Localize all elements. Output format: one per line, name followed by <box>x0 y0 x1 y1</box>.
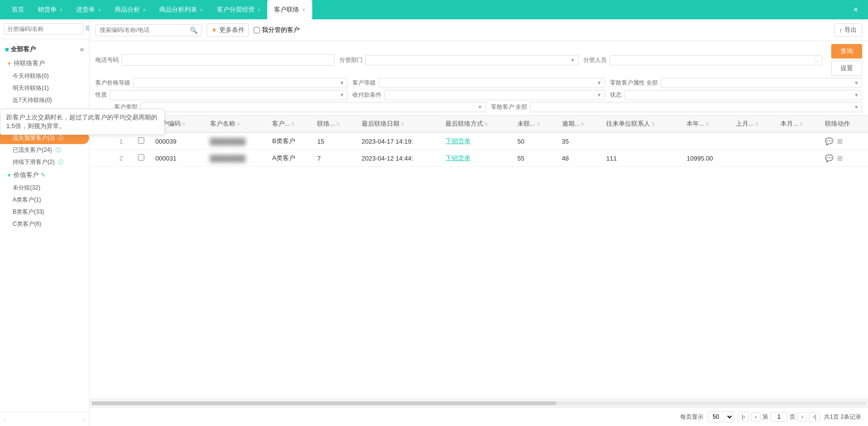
nav-item-home[interactable]: 首页 <box>5 0 31 19</box>
chevron-down-icon-retail-customer: ▼ <box>854 104 859 110</box>
row1-check[interactable] <box>133 132 151 150</box>
query-button[interactable]: 查询 <box>831 44 862 59</box>
sort-icon-overdue: ⇅ <box>580 121 584 127</box>
collapse-btn[interactable]: « <box>80 45 84 54</box>
sidebar-scroll-right[interactable]: › <box>83 415 85 423</box>
row1-chat-icon[interactable]: 💬 <box>825 137 833 145</box>
filter-select-customer-type[interactable]: ▼ <box>140 102 486 112</box>
row1-level: B类客户 <box>267 132 312 150</box>
nav-item-sales[interactable]: 销货单 × <box>31 0 69 19</box>
filter-select-payment[interactable]: ▼ <box>384 90 605 100</box>
nav-item-analysis-list[interactable]: 商品分析列表 × <box>152 0 210 19</box>
sidebar-search-input[interactable] <box>4 23 83 35</box>
filter-select-nature[interactable]: ▼ <box>110 90 348 100</box>
filter-actions: 查询 设置 <box>831 44 862 76</box>
sidebar-item-today[interactable]: 今天待联络(0) <box>0 70 89 82</box>
col-contact-person[interactable]: 往来单位联系人⇅ <box>601 116 682 132</box>
nav-item-customer-layer[interactable]: 客户分层经营 × <box>210 0 267 19</box>
col-overdue[interactable]: 逾期...⇅ <box>557 116 602 132</box>
per-page-select[interactable]: 50 100 200 <box>707 411 734 422</box>
horizontal-scrollbar[interactable] <box>90 398 868 407</box>
col-contact[interactable]: 联络...⇅ <box>312 116 357 132</box>
export-btn[interactable]: ↑ 导出 <box>834 23 863 37</box>
window-close-icon[interactable]: × <box>848 5 863 15</box>
last-page-btn[interactable]: ›| <box>809 412 820 422</box>
sidebar-all-customers[interactable]: ■ 全部客户 « <box>0 42 89 57</box>
filter-input-phone[interactable] <box>122 54 335 66</box>
sidebar-item-b-class[interactable]: B类客户(33) <box>0 206 89 218</box>
col-this-month[interactable]: 本月...⇅ <box>776 116 820 132</box>
col-last-method[interactable]: 最后联络方式⇅ <box>441 116 512 132</box>
filter-btn[interactable]: ▼ 更多条件 <box>207 23 249 37</box>
filter-select-dept[interactable]: ▼ <box>365 55 579 65</box>
filter-select-customer-level[interactable]: ▼ <box>379 78 605 88</box>
sort-icon-unread: ⇅ <box>536 121 540 127</box>
col-last-date[interactable]: 最后联络日期⇅ <box>357 116 441 132</box>
pending-section-label: 待联络客户 <box>14 59 45 68</box>
table-row: 2 000031 ████████ A类客户 7 2023-04-12 14:4… <box>90 150 868 167</box>
filter-select-retail-attr[interactable]: ▼ <box>661 78 862 88</box>
sidebar-item-a-class[interactable]: A类客户(1) <box>0 194 89 206</box>
my-customer-check[interactable]: 我分管的客户 <box>254 26 300 34</box>
close-icon-purchase[interactable]: × <box>98 7 101 13</box>
nav-item-purchase[interactable]: 进货单 × <box>69 0 107 19</box>
tree-section-title-value[interactable]: ▼ 价值客户 ✎ <box>0 168 89 182</box>
row1-link-icon[interactable]: ⊞ <box>837 137 843 145</box>
close-icon-analysis-list[interactable]: × <box>200 7 203 13</box>
nav-item-analysis[interactable]: 商品分析 × <box>108 0 152 19</box>
nav-label-customer-contact: 客户联络 <box>274 5 299 14</box>
scroll-thumb[interactable] <box>91 401 556 405</box>
close-icon-sales[interactable]: × <box>60 7 62 13</box>
filter-cell-person: 分管人员 … <box>583 55 822 65</box>
edit-icon-value[interactable]: ✎ <box>41 172 46 178</box>
sidebar-search-icon[interactable]: 🔍 <box>85 26 90 33</box>
first-page-btn[interactable]: |‹ <box>738 412 749 422</box>
page-number-input[interactable] <box>770 412 788 422</box>
next-page-btn[interactable]: › <box>797 412 807 422</box>
row1-last-month <box>731 132 776 150</box>
my-customer-checkbox[interactable] <box>254 27 260 33</box>
nav-item-customer-contact[interactable]: 客户联络 × <box>267 0 312 19</box>
row2-contact: 7 <box>312 150 357 167</box>
sidebar-item-declining[interactable]: 持续下滑客户(2) ⓘ <box>0 156 89 168</box>
row2-last-method[interactable]: 下销货单 <box>441 150 512 167</box>
row1-last-method[interactable]: 下销货单 <box>441 132 512 150</box>
sidebar-scroll-left[interactable]: ‹ <box>4 415 6 423</box>
sidebar-item-c-class[interactable]: C类客户(6) <box>0 218 89 230</box>
row2-link-icon[interactable]: ⊞ <box>837 154 843 162</box>
sort-icon-contact: ⇅ <box>336 121 340 127</box>
filter-cell-phone: 电话号码 <box>95 54 335 66</box>
sidebar-item-ungroup[interactable]: 未分组(32) <box>0 182 89 194</box>
row2-checkbox[interactable] <box>138 154 144 161</box>
prev-page-btn[interactable]: ‹ <box>751 412 761 422</box>
filter-label-retail-attr: 零散客户属性 全部 <box>610 79 658 87</box>
search-input[interactable] <box>100 27 188 33</box>
row2-last-date: 2023-04-12 14:44: <box>357 150 441 167</box>
tree-section-title-pending[interactable]: ▼ 待联络客户 <box>0 57 89 70</box>
sidebar-item-lost[interactable]: 已流失客户(24) ⓘ <box>0 144 89 156</box>
search-icon[interactable]: 🔍 <box>190 27 198 34</box>
row2-check[interactable] <box>133 150 151 167</box>
settings-button[interactable]: 设置 <box>831 60 862 76</box>
sort-icon-level: ⇅ <box>291 121 295 127</box>
sidebar-item-7days[interactable]: 近7天待联络(0) <box>0 94 89 106</box>
close-icon-customer-layer[interactable]: × <box>258 7 260 13</box>
col-this-year[interactable]: 本年...⇅ <box>682 116 731 132</box>
close-icon-analysis[interactable]: × <box>143 7 146 13</box>
col-last-month[interactable]: 上月...⇅ <box>731 116 776 132</box>
filter-select-price-level[interactable]: ▼ <box>133 78 348 88</box>
row2-chat-icon[interactable]: 💬 <box>825 154 833 162</box>
close-icon-customer-contact[interactable]: × <box>302 7 305 13</box>
col-level[interactable]: 客户...⇅ <box>267 116 312 132</box>
pagination: 每页显示 50 100 200 |‹ ‹ 第 页 › ›| 共1页 2条记录 <box>90 407 868 426</box>
sidebar-item-tomorrow[interactable]: 明天待联络(1) <box>0 82 89 94</box>
filter-select-status[interactable]: ▼ <box>624 90 862 100</box>
filter-label-phone: 电话号码 <box>95 56 119 64</box>
filter-select-person[interactable]: … <box>609 55 822 65</box>
export-label: 导出 <box>844 26 857 34</box>
filter-select-retail-customer[interactable]: ▼ <box>530 102 862 112</box>
page-nav: |‹ ‹ 第 页 › ›| <box>738 412 820 422</box>
row1-checkbox[interactable] <box>138 137 144 144</box>
col-unread[interactable]: 未联...⇅ <box>513 116 557 132</box>
col-name[interactable]: 客户名称⇅ <box>205 116 268 132</box>
